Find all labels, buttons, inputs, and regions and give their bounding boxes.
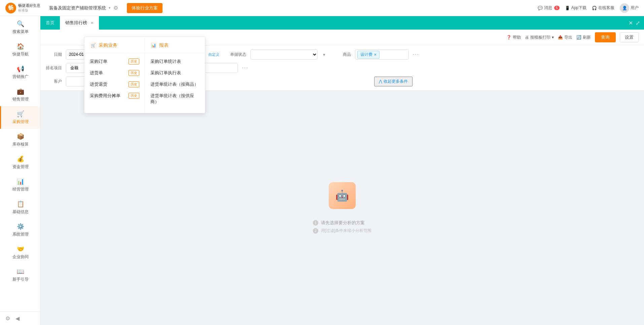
search-icon: 🔍 — [17, 20, 24, 28]
dropdown-report-col: 📊 报表 采购订单统计表 采购订单执行表 进货单统计表（按商品） 进货单统计表（… — [145, 37, 205, 113]
print-dropdown-icon: ▾ — [552, 35, 554, 40]
tab-close-icon[interactable]: ✕ — [91, 21, 94, 25]
sidebar-item-quick-nav[interactable]: 🏠 快捷导航 — [0, 39, 40, 61]
system-title: 装备及固定资产辅助管理系统 — [49, 5, 106, 11]
inventory-icon: 📦 — [17, 133, 24, 140]
dropdown-item-stock-stats-supplier[interactable]: 进货单统计表（按供应商） — [145, 90, 205, 108]
purchase-col-icon: 🛒 — [90, 42, 97, 49]
tab-bar-actions: ✕ ⤢ — [629, 20, 644, 26]
app-download-btn[interactable]: 📱 App下载 — [565, 5, 586, 11]
settings-icon[interactable]: ⚙ — [113, 5, 120, 11]
tab-close-all-icon[interactable]: ✕ — [629, 20, 633, 26]
dropdown-menu: 🛒 采购业务 采购订单 历史 进货单 历史 进货退货 历史 采购费用分摊单 — [84, 36, 205, 113]
customer-label: 客户 — [46, 79, 62, 84]
dropdown-item-purchase-order-stats[interactable]: 采购订单统计表 — [145, 56, 205, 67]
headset-icon: 🎧 — [592, 6, 597, 10]
logo-area: 畅 畅捷通好生意 标准版 — [5, 3, 46, 13]
hint-bullet-2: 2 — [313, 228, 318, 234]
goods-label: 商品 — [335, 52, 351, 57]
marketing-icon: 📢 — [17, 65, 24, 73]
system-icon: ⚙️ — [17, 223, 24, 230]
header-right: 💬 消息 5 📱 App下载 🎧 在线客服 👤 用户 — [538, 3, 639, 13]
sidebar-item-system-mgmt[interactable]: ⚙️ 系统管理 — [0, 219, 40, 241]
empty-hint-2: 2 用[过滤]条件来缩小分析范围 — [313, 228, 372, 234]
export-icon: 📤 — [558, 35, 563, 40]
sidebar: 🔍 搜索菜单 🏠 快捷导航 📢 营销推广 💼 销售管理 🛒 采购管理 📦 库存核… — [0, 16, 40, 325]
dropdown-item-purchase-order[interactable]: 采购订单 历史 — [84, 56, 145, 67]
online-service-btn[interactable]: 🎧 在线客服 — [592, 5, 614, 11]
messages-btn[interactable]: 💬 消息 5 — [538, 5, 560, 11]
tab-bar: 首页 销售排行榜 ✕ ✕ ⤢ — [40, 16, 644, 30]
date-label: 日期 — [46, 52, 62, 57]
query-btn[interactable]: 查询 — [595, 32, 616, 42]
dropdown-purchase-col: 🛒 采购业务 采购订单 历史 进货单 历史 进货退货 历史 采购费用分摊单 — [84, 37, 145, 113]
setting-btn[interactable]: 设置 — [620, 32, 639, 42]
purchase-icon: 🛒 — [17, 110, 24, 118]
empty-robot-icon: 🤖 — [329, 182, 356, 209]
goods-filter[interactable]: 设计费 ✕ — [355, 49, 409, 59]
dropdown-item-purchase-order-exec[interactable]: 采购订单执行表 — [145, 67, 205, 79]
refresh-btn[interactable]: 🔄 刷新 — [576, 35, 591, 40]
dropdown-item-stock-return[interactable]: 进货退货 历史 — [84, 79, 145, 90]
system-title-area: 装备及固定资产辅助管理系统 ▾ ⚙ 体验行业方案 — [46, 3, 538, 13]
sales-icon: 💼 — [17, 88, 24, 95]
sidebar-item-basic-info[interactable]: 📋 基础信息 — [0, 196, 40, 219]
sidebar-item-marketing[interactable]: 📢 营销推广 — [0, 61, 40, 84]
sidebar-collapse-icon[interactable]: ◀ — [15, 315, 20, 322]
sidebar-item-purchase-mgmt[interactable]: 🛒 采购管理 — [0, 106, 40, 129]
print-icon: 🖨 — [525, 35, 529, 40]
tab-home[interactable]: 首页 — [40, 16, 60, 30]
shortcut-custom[interactable]: 自定义 — [207, 51, 221, 58]
logo-icon: 畅 — [5, 3, 16, 13]
sidebar-item-enterprise[interactable]: 🤝 企业协同 — [0, 241, 40, 264]
help-btn[interactable]: ❓ 帮助 — [506, 35, 521, 40]
history-badge-purchase-expense: 历史 — [129, 93, 139, 99]
home-icon: 🏠 — [17, 43, 24, 50]
goods-more-dots[interactable]: ··· — [413, 51, 419, 57]
history-badge-stock-in: 历史 — [129, 70, 139, 76]
newbie-icon: 📖 — [17, 268, 24, 275]
goods-tag: 设计费 ✕ — [357, 51, 380, 58]
sidebar-item-newbie[interactable]: 📖 新手引导 — [0, 264, 40, 286]
avatar: 👤 — [620, 3, 629, 13]
tab-expand-icon[interactable]: ⤢ — [636, 20, 640, 26]
export-btn[interactable]: 📤 导出 — [558, 35, 572, 40]
history-badge-purchase-order: 历史 — [129, 58, 139, 65]
doc-status-label: 单据状态 — [230, 52, 246, 57]
salesperson-more-dots[interactable]: ··· — [242, 65, 248, 71]
user-menu[interactable]: 👤 用户 — [620, 3, 639, 13]
tab-sales-ranking[interactable]: 销售排行榜 ✕ — [60, 16, 99, 30]
dropdown-item-stock-in[interactable]: 进货单 历史 — [84, 67, 145, 79]
enterprise-icon: 🤝 — [17, 245, 24, 253]
refresh-icon: 🔄 — [576, 35, 581, 40]
system-title-dropdown-icon[interactable]: ▾ — [109, 6, 111, 10]
sidebar-item-operations[interactable]: 📊 经营管理 — [0, 174, 40, 196]
top-header: 畅 畅捷通好生意 标准版 装备及固定资产辅助管理系统 ▾ ⚙ 体验行业方案 💬 … — [0, 0, 644, 16]
doc-status-select[interactable] — [250, 49, 318, 59]
sidebar-item-inventory[interactable]: 📦 库存核算 — [0, 129, 40, 151]
message-badge: 5 — [554, 6, 560, 10]
empty-hint-1: 1 请先选择要分析的方案 — [313, 220, 372, 226]
dropdown-item-stock-stats-goods[interactable]: 进货单统计表（按商品） — [145, 79, 205, 90]
hint-bullet-1: 1 — [313, 220, 318, 226]
empty-illustration: 🤖 — [322, 182, 362, 216]
sidebar-item-search-menu[interactable]: 🔍 搜索菜单 — [0, 16, 40, 39]
dropdown-report-header: 📊 报表 — [145, 42, 205, 53]
capital-icon: 💰 — [17, 155, 24, 163]
basic-info-icon: 📋 — [17, 200, 24, 208]
dropdown-item-purchase-expense[interactable]: 采购费用分摊单 历史 — [84, 90, 145, 101]
collapse-btn[interactable]: ⋀ 收起更多条件 — [374, 77, 413, 86]
message-icon: 💬 — [538, 6, 543, 10]
dropdown-purchase-header: 🛒 采购业务 — [84, 42, 145, 53]
goods-tag-close[interactable]: ✕ — [374, 53, 377, 56]
collapse-icon: ⋀ — [379, 79, 382, 84]
sidebar-bottom: ⚙ ◀ — [0, 312, 40, 325]
logo-text: 畅捷通好生意 — [18, 3, 40, 8]
sidebar-settings-icon[interactable]: ⚙ — [5, 315, 10, 322]
sidebar-item-sales-mgmt[interactable]: 💼 销售管理 — [0, 84, 40, 106]
template-print-btn[interactable]: 🖨 按模板打印 ▾ — [525, 35, 554, 40]
operations-icon: 📊 — [17, 178, 24, 185]
industry-btn[interactable]: 体验行业方案 — [127, 3, 163, 13]
logo-sub: 标准版 — [18, 8, 40, 13]
sidebar-item-capital[interactable]: 💰 资金管理 — [0, 151, 40, 174]
